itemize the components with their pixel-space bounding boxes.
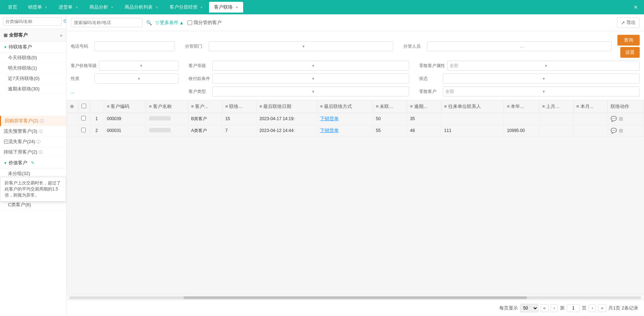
settings-button[interactable]: 设置 [620,47,640,58]
per-page-select[interactable]: 50 100 200 [520,304,538,312]
status-select[interactable]: ▼ [443,74,640,84]
this-year-column-header[interactable]: ≡ 本年... [504,100,539,113]
row1-check-cell[interactable] [78,113,89,125]
sidebar-item-today-pending[interactable]: 今天待联络(0) [0,53,66,63]
contact-column-header[interactable]: ≡ 联络... [222,100,256,113]
close-customer-contact-tab-icon[interactable]: × [236,5,238,9]
customer-price-grade-label: 客户价格等级 [71,63,97,69]
name-column-header[interactable]: ≡ 客户名称 [146,100,188,113]
customer-grade-label: 客户等级 [189,63,210,69]
export-button[interactable]: ↗ 导出 [617,17,640,28]
branch-person-select[interactable]: ... [427,41,612,51]
customer-grade-select[interactable]: ▼ [212,61,409,71]
row2-grid-icon[interactable]: ⊞ [619,128,623,133]
sidebar-item-lost-predicted[interactable]: 流失预警客户(3) ⓘ [0,126,66,137]
row1-contact-cell: 15 [222,113,256,125]
row1-checkbox[interactable] [81,116,86,121]
unit-contact-column-header[interactable]: ≡ 往来单位联系人 [441,100,504,113]
row1-this-year-cell [504,113,539,125]
last-contact-method-column-header[interactable]: ≡ 最后联络方式 [317,100,373,113]
first-page-button[interactable]: « [541,304,549,312]
export-icon: ↗ [621,20,625,25]
close-product-list-tab-icon[interactable]: × [156,5,158,9]
sidebar-collapse-icon[interactable]: » [60,33,62,38]
gear-column-header[interactable]: ⚙ [66,100,78,113]
type-column-header[interactable]: ≡ 客户... [188,100,222,113]
this-month-column-header[interactable]: ≡ 本月... [573,100,607,113]
my-customers-filter[interactable]: 我分管的客户 [187,19,222,26]
row2-this-year-cell: 10995.00 [504,125,539,137]
table-row: 2 000031 A类客户 7 2023-04-12 14:44: 下销货单 5… [66,125,644,137]
nav-tab-purchase[interactable]: 进货单 × [54,2,83,13]
row2-gear-cell [66,125,78,137]
per-page-label: 每页显示 [499,305,518,311]
row1-chat-icon[interactable]: 💬 [611,116,617,122]
customer-type-select[interactable]: ▼ [212,86,409,96]
last-contact-date-column-header[interactable]: ≡ 最后联络日期 [256,100,317,113]
retail-customer-select[interactable]: 全部 ▼ [443,86,640,96]
row2-checkbox[interactable] [81,128,86,132]
total-records-label: 共1页 2条记录 [608,305,638,311]
row1-grid-icon[interactable]: ⊞ [619,116,623,122]
table-scroll-wrapper[interactable]: ⚙ ≡ 客户编码 ≡ 客户名称 ≡ 客户... [66,100,644,295]
row1-overdue-cell: 35 [407,113,441,125]
payment-terms-select[interactable]: ▼ [212,74,409,84]
sidebar-item-repurchase-abnormal[interactable]: 回购异常客户(2) ⓘ [0,116,66,126]
sidebar-all-customers-header[interactable]: ⊞ 全部客户 » [0,29,66,42]
window-close-button[interactable]: × [631,4,640,11]
last-page-button[interactable]: » [598,304,606,312]
sidebar-value-customers-group[interactable]: ▼ 价值客户 ✎ [0,157,66,169]
sidebar-item-tomorrow-pending[interactable]: 明天待联络(1) [0,63,66,74]
price-grade-caret-icon: ▼ [139,64,176,68]
code-column-header[interactable]: ≡ 客户编码 [104,100,146,113]
payment-caret-icon: ▼ [311,77,407,81]
horizontal-scrollbar[interactable] [66,295,644,300]
phone-input[interactable] [94,41,175,51]
all-customers-label: 全部客户 [9,32,28,38]
nav-home[interactable]: 首页 [4,2,22,13]
next-page-button[interactable]: › [589,304,596,312]
sidebar-item-continuous-down[interactable]: 持续下滑客户(2) ⓘ [0,147,66,157]
close-purchase-tab-icon[interactable]: × [75,5,78,9]
branch-dept-label: 分管部门 [185,43,207,49]
close-product-analysis-tab-icon[interactable]: × [111,5,113,9]
row2-action-icons: 💬 ⊞ [611,128,641,133]
sidebar-search-input[interactable] [3,17,62,26]
prev-page-button[interactable]: ‹ [551,304,558,312]
nav-tab-product-analysis-list[interactable]: 商品分析列表 × [120,2,163,13]
row1-contact-method-link[interactable]: 下销货单 [320,116,339,121]
search-input[interactable] [71,18,143,27]
select-all-checkbox[interactable] [82,104,86,108]
info-icon4: ⓘ [39,150,43,155]
filter-search-icon[interactable]: 🔍 [146,20,152,25]
customer-price-grade-select[interactable]: ▼ [99,61,179,71]
last-month-column-header[interactable]: ≡ 上月... [539,100,573,113]
close-customer-layered-tab-icon[interactable]: × [200,5,203,9]
row2-chat-icon[interactable]: 💬 [611,128,617,133]
nav-tab-customer-contact[interactable]: 客户联络 × [209,2,243,13]
my-customers-checkbox[interactable] [187,20,192,25]
gender-select[interactable]: ▼ [94,74,179,84]
more-conditions-button[interactable]: ▽ 更多条件 ▲ [156,19,184,26]
branch-dept-select[interactable]: ▼ [209,41,393,51]
sidebar-item-week-pending[interactable]: 近7天待联络(0) [0,74,66,84]
row2-last-contact-method-cell[interactable]: 下销货单 [317,125,373,137]
nav-tab-product-analysis[interactable]: 商品分析 × [84,2,118,13]
page-input[interactable] [567,304,580,312]
sidebar-item-overdue-pending[interactable]: 逾期未联络(30) [0,84,66,94]
row1-last-contact-method-cell[interactable]: 下销货单 [317,113,373,125]
unreached-column-header[interactable]: ≡ 未联... [373,100,407,113]
row2-check-cell[interactable] [78,125,89,137]
sidebar-pending-contact-group[interactable]: ▼ 待联络客户 [0,42,66,53]
sidebar-search-icon[interactable]: 🔍 [63,19,66,24]
close-sales-tab-icon[interactable]: × [45,5,47,9]
row2-contact-method-link[interactable]: 下销货单 [320,128,339,133]
query-button[interactable]: 查询 [617,35,640,46]
edit-icon[interactable]: ✎ [31,160,34,165]
overdue-column-header[interactable]: ≡ 逾期... [407,100,441,113]
sidebar-item-already-lost[interactable]: 已流失客户(24) ⓘ [0,137,66,147]
retail-customer-label: 零散客户 [419,89,441,95]
nav-tab-sales[interactable]: 销货单 × [23,2,52,13]
nav-tab-customer-layered[interactable]: 客户分层经营 × [165,2,208,13]
retail-attr-select[interactable]: 全部 ▼ [447,61,640,71]
